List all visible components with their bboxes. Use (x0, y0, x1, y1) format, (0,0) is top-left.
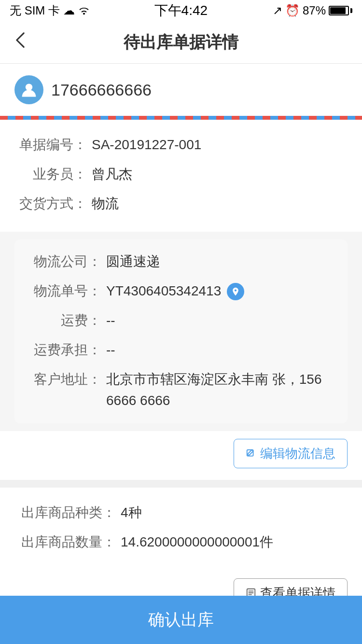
edit-logistics-label: 编辑物流信息 (260, 445, 335, 462)
freight-label: 运费： (29, 310, 106, 332)
goods-types-value: 4种 (121, 502, 348, 524)
section-divider (0, 480, 362, 488)
status-right: ↗ ⏰ 87% (273, 4, 352, 17)
order-info-section: 单据编号： SA-20191227-001 业务员： 曾凡杰 交货方式： 物流 (0, 120, 362, 232)
confirm-button[interactable]: 确认出库 (0, 596, 362, 644)
salesperson-label: 业务员： (14, 164, 92, 185)
alarm-icon: ⏰ (285, 4, 300, 17)
tracking-number-row: 物流单号： YT4306405342413 (29, 280, 333, 302)
delivery-method-value: 物流 (92, 193, 348, 215)
address-label: 客户地址： (29, 369, 106, 391)
avatar (14, 75, 43, 104)
edit-logistics-button[interactable]: 编辑物流信息 (234, 439, 348, 468)
address-row: 客户地址： 北京市市辖区海淀区永丰南 张，156 6666 6666 (29, 369, 333, 412)
dashed-divider (0, 116, 362, 120)
freight-bearer-label: 运费承担： (29, 339, 106, 361)
salesperson-value: 曾凡杰 (92, 164, 348, 185)
logistics-company-label: 物流公司： (29, 251, 106, 273)
nav-bar: 待出库单据详情 (0, 21, 362, 64)
delivery-method-row: 交货方式： 物流 (14, 193, 348, 215)
logistics-company-value: 圆通速递 (106, 251, 333, 273)
edit-btn-row: 编辑物流信息 (0, 431, 362, 480)
battery-icon (329, 6, 352, 15)
wifi-icon (79, 4, 89, 17)
location-icon[interactable] (227, 283, 244, 300)
back-button[interactable] (14, 31, 26, 53)
svg-point-0 (26, 84, 32, 90)
location-arrow-icon: ↗ (273, 4, 282, 17)
battery-percent: 87% (303, 4, 326, 17)
goods-section: 出库商品种类： 4种 出库商品数量： 14.6200000000000001件 (0, 488, 362, 571)
goods-types-row: 出库商品种类： 4种 (14, 502, 348, 524)
freight-value: -- (106, 310, 333, 332)
document-number-label: 单据编号： (14, 134, 92, 156)
sim-label: 无 SIM 卡 ☁ (10, 3, 75, 18)
status-bar: 无 SIM 卡 ☁ 下午4:42 ↗ ⏰ 87% (0, 0, 362, 21)
goods-types-label: 出库商品种类： (14, 502, 121, 524)
confirm-button-label: 确认出库 (148, 609, 214, 631)
goods-quantity-row: 出库商品数量： 14.6200000000000001件 (14, 532, 348, 553)
tracking-number-value: YT4306405342413 (106, 280, 333, 302)
address-value: 北京市市辖区海淀区永丰南 张，156 6666 6666 (106, 369, 333, 412)
customer-phone: 17666666666 (51, 81, 152, 99)
customer-section: 17666666666 (0, 64, 362, 116)
freight-bearer-row: 运费承担： -- (29, 339, 333, 361)
salesperson-row: 业务员： 曾凡杰 (14, 164, 348, 185)
document-number-value: SA-20191227-001 (92, 134, 348, 156)
logistics-company-row: 物流公司： 圆通速递 (29, 251, 333, 273)
delivery-method-label: 交货方式： (14, 193, 92, 215)
document-number-row: 单据编号： SA-20191227-001 (14, 134, 348, 156)
status-left: 无 SIM 卡 ☁ (10, 3, 89, 18)
freight-row: 运费： -- (29, 310, 333, 332)
goods-quantity-label: 出库商品数量： (14, 532, 121, 553)
page-title: 待出库单据详情 (124, 31, 238, 54)
tracking-number-label: 物流单号： (29, 280, 106, 302)
goods-quantity-value: 14.6200000000000001件 (121, 532, 348, 553)
logistics-card: 物流公司： 圆通速递 物流单号： YT4306405342413 运费： -- … (14, 239, 348, 423)
freight-bearer-value: -- (106, 339, 333, 361)
status-time: 下午4:42 (154, 1, 208, 20)
